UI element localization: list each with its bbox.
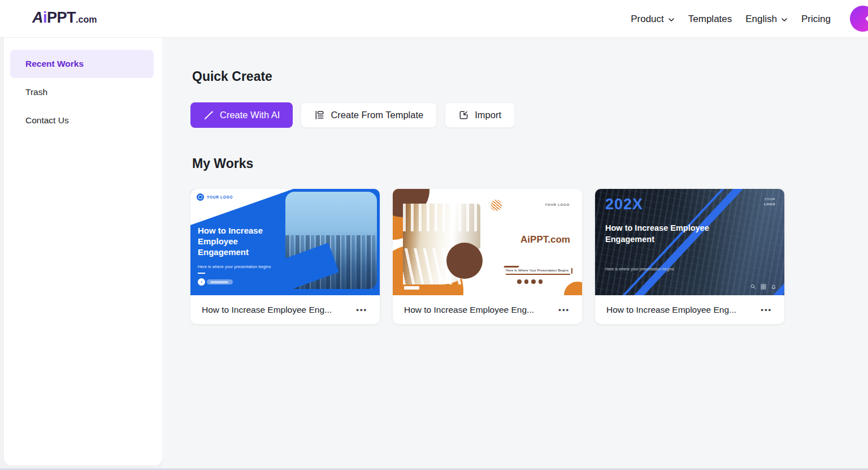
slide-subtitle: Here is where your presentation begins <box>605 267 674 271</box>
grid-icon <box>761 284 766 290</box>
work-card-2[interactable]: YOUR LOGO AiPPT.com Here Is Where Your P… <box>393 189 582 324</box>
slide-title: How to Increase Employee Engagement <box>605 223 709 245</box>
thumb-decor <box>491 200 502 211</box>
slide-title-line: Employee <box>198 236 277 247</box>
thumb-decor <box>198 273 205 274</box>
bell-icon <box>771 284 776 290</box>
your-logo-label: YOUR LOGO <box>207 195 233 199</box>
my-works-grid: YOUR LOGO How to Increase Employee Engag… <box>190 189 784 324</box>
dot <box>517 279 522 284</box>
slide-title-line: How to Increase <box>198 225 277 236</box>
create-with-ai-label: Create With AI <box>220 110 280 120</box>
slide-subtitle: Here Is Where Your Presentation Begins <box>506 268 570 275</box>
thumb-decor <box>404 286 419 290</box>
more-options-icon[interactable]: ••• <box>355 303 368 316</box>
aippt-logo[interactable]: AiPPT.com <box>32 9 97 27</box>
quick-create-buttons: Create With AI Create From Template <box>190 102 515 128</box>
nav-pricing-label: Pricing <box>801 14 831 25</box>
work-card-3-footer: How to Increase Employee Eng... ••• <box>595 295 784 324</box>
work-card-1-footer: How to Increase Employee Eng... ••• <box>190 295 380 324</box>
create-with-ai-button[interactable]: Create With AI <box>190 102 293 128</box>
content-area: Recent Works Trash Contact Us Quick Crea… <box>0 38 868 470</box>
nav-product[interactable]: Product <box>631 14 675 25</box>
nav-product-label: Product <box>631 14 664 25</box>
create-from-template-label: Create From Template <box>331 110 423 120</box>
your-logo-line: YOUR <box>764 197 775 202</box>
sidebar-item-contact-us[interactable]: Contact Us <box>10 106 154 135</box>
more-options-icon[interactable]: ••• <box>760 303 773 316</box>
slide-title-line: Engagement <box>198 247 277 257</box>
slide-button-decor: › <box>198 278 233 286</box>
sidebar-item-label: Recent Works <box>25 59 84 69</box>
create-from-template-button[interactable]: Create From Template <box>301 102 437 128</box>
work-card-1[interactable]: YOUR LOGO How to Increase Employee Engag… <box>190 189 380 324</box>
more-options-icon[interactable]: ••• <box>557 303 571 316</box>
sidebar-item-recent-works[interactable]: Recent Works <box>10 50 154 78</box>
slide-title-line: How to Increase Employee <box>605 223 709 234</box>
sidebar: Recent Works Trash Contact Us <box>4 38 162 465</box>
import-label: Import <box>475 110 501 120</box>
logo-circle-icon <box>197 193 204 201</box>
slide-brand-text: AiPPT.com <box>509 234 582 245</box>
thumb-decor <box>446 243 483 279</box>
nav-pricing[interactable]: Pricing <box>801 14 831 25</box>
arrow-right-icon: › <box>198 278 205 286</box>
import-icon <box>458 110 469 120</box>
slide-title-line: Engagement <box>605 234 709 245</box>
slide-year: 202X <box>605 196 643 213</box>
slide-toolbar-icons <box>750 284 776 290</box>
aippt-app: AiPPT.com Product Templates English Pric… <box>0 0 868 470</box>
header: AiPPT.com Product Templates English Pric… <box>0 0 868 38</box>
slide-subtitle: Here is where your presentation begins <box>198 265 271 269</box>
dot <box>531 279 536 284</box>
work-card-2-title: How to Increase Employee Eng... <box>404 305 557 315</box>
logo-part: A <box>32 9 43 26</box>
your-logo: YOUR LOGO <box>197 193 233 201</box>
work-card-1-thumbnail: YOUR LOGO How to Increase Employee Engag… <box>190 189 380 295</box>
logo-part: .com <box>76 15 97 24</box>
template-icon <box>314 110 325 120</box>
avatar[interactable] <box>850 6 868 32</box>
work-card-3[interactable]: 202X How to Increase Employee Engagement… <box>595 189 784 324</box>
chevron-down-icon <box>668 18 675 22</box>
quick-create-heading: Quick Create <box>192 69 272 84</box>
logo-part: PPT <box>47 9 76 26</box>
slide-dots-decor <box>517 279 542 284</box>
sidebar-item-label: Trash <box>25 87 47 97</box>
work-card-2-footer: How to Increase Employee Eng... ••• <box>393 295 582 324</box>
nav-templates[interactable]: Templates <box>688 14 732 25</box>
avatar-glyph-icon <box>865 13 868 24</box>
search-icon <box>750 284 756 290</box>
nav-language[interactable]: English <box>745 14 788 25</box>
import-button[interactable]: Import <box>445 102 515 128</box>
your-logo-label: YOUR LOGO <box>545 203 570 206</box>
dot <box>539 279 543 284</box>
work-card-3-title: How to Increase Employee Eng... <box>606 305 760 315</box>
top-nav: Product Templates English Pricing <box>631 0 831 38</box>
work-card-3-thumbnail: 202X How to Increase Employee Engagement… <box>595 189 784 295</box>
thumb-decor <box>207 279 233 284</box>
sidebar-item-label: Contact Us <box>25 115 69 126</box>
sidebar-item-trash[interactable]: Trash <box>10 78 154 106</box>
slide-title: How to Increase Employee Engagement <box>198 225 277 257</box>
work-card-2-thumbnail: YOUR LOGO AiPPT.com Here Is Where Your P… <box>393 189 582 295</box>
chevron-down-icon <box>781 18 788 22</box>
logo-part: i <box>43 9 47 26</box>
magic-wand-icon <box>203 110 214 120</box>
main-content: Quick Create Create With AI <box>162 38 868 470</box>
thumb-decor <box>564 282 582 295</box>
nav-templates-label: Templates <box>688 14 732 25</box>
my-works-heading: My Works <box>192 156 253 171</box>
your-logo: YOUR LOGO <box>764 197 775 207</box>
nav-language-label: English <box>745 14 777 25</box>
work-card-1-title: How to Increase Employee Eng... <box>202 305 355 315</box>
your-logo-line: LOGO <box>764 202 775 207</box>
dot <box>524 279 529 284</box>
